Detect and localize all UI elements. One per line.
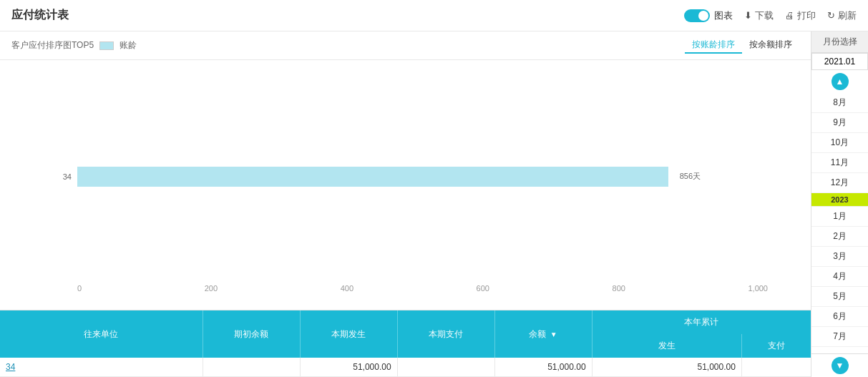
td-balance: 51,000.00 xyxy=(494,358,592,377)
data-table: 往来单位 期初余额 本期发生 本期支付 余额 ▼ 本年累计 发生 xyxy=(0,310,811,377)
td-current-pay xyxy=(397,358,494,377)
year-label-2023[interactable]: 2023 xyxy=(811,193,868,207)
month-item-7[interactable]: 7月 xyxy=(811,327,868,347)
bar-row-label: 34 xyxy=(50,172,72,181)
x-axis-400: 400 xyxy=(341,284,353,293)
month-item-11[interactable]: 11月 xyxy=(811,153,868,173)
table-section: 往来单位 期初余额 本期发生 本期支付 余额 ▼ 本年累计 发生 xyxy=(0,310,811,377)
sort-tab-balance[interactable]: 按余额排序 xyxy=(742,37,799,54)
print-button[interactable]: 🖨 打印 xyxy=(785,9,816,22)
sidebar: 月份选择 ▲ 8月 9月 10月 11月 12月 2023 1月 2月 3月 4… xyxy=(811,31,868,377)
x-axis-1000: 1,000 xyxy=(748,284,768,293)
month-item-8[interactable]: 8月 xyxy=(811,93,868,113)
x-axis-600: 600 xyxy=(477,284,489,293)
table-row: 34 51,000.00 51,000.00 51,000.00 xyxy=(0,358,811,377)
td-ytd-pay xyxy=(741,358,811,377)
page-title: 应付统计表 xyxy=(11,8,69,23)
chart-bar-row: 34 856天 xyxy=(50,167,768,187)
th-balance: 余额 ▼ xyxy=(494,310,592,358)
sidebar-nav-up: ▲ xyxy=(811,70,868,93)
balance-sort-icon[interactable]: ▼ xyxy=(550,331,557,338)
nav-up-button[interactable]: ▲ xyxy=(832,73,849,90)
chart-legend-label: 账龄 xyxy=(120,39,137,52)
chart-toggle-wrap[interactable]: 图表 xyxy=(684,9,733,22)
x-axis-800: 800 xyxy=(613,284,625,293)
x-axis-200: 200 xyxy=(205,284,218,293)
month-item-6[interactable]: 6月 xyxy=(811,307,868,327)
legend-box xyxy=(99,41,114,50)
month-item-4[interactable]: 4月 xyxy=(811,267,868,287)
month-item-2[interactable]: 2月 xyxy=(811,227,868,247)
th-current-occur: 本期发生 xyxy=(300,310,397,358)
month-item-12[interactable]: 12月 xyxy=(811,173,868,193)
th-ytd-pay: 支付 xyxy=(741,334,811,358)
sidebar-nav-down: ▼ xyxy=(811,353,868,377)
download-label: 下载 xyxy=(755,9,774,22)
month-item-1[interactable]: 1月 xyxy=(811,207,868,227)
month-item-5[interactable]: 5月 xyxy=(811,287,868,307)
print-label: 打印 xyxy=(797,9,816,22)
bar-container: 856天 xyxy=(77,167,768,187)
print-icon: 🖨 xyxy=(785,10,794,21)
month-list: 8月 9月 10月 11月 12月 2023 1月 2月 3月 4月 5月 6月… xyxy=(811,93,868,353)
bar-chart: 34 856天 xyxy=(50,74,768,281)
year-input[interactable] xyxy=(811,53,868,70)
month-item-9[interactable]: 9月 xyxy=(811,113,868,133)
sidebar-header: 月份选择 xyxy=(811,31,868,53)
td-current-occur: 51,000.00 xyxy=(300,358,397,377)
download-icon: ⬇ xyxy=(744,10,752,21)
th-ytd-group: 本年累计 xyxy=(592,310,811,334)
td-ytd-occur: 51,000.00 xyxy=(592,358,741,377)
chart-header: 客户应付排序图TOP5 账龄 按账龄排序 按余额排序 xyxy=(0,31,811,60)
bar: 856天 xyxy=(77,167,668,187)
header-actions: 图表 ⬇ 下载 🖨 打印 ↻ 刷新 xyxy=(684,9,857,22)
refresh-icon: ↻ xyxy=(827,10,835,21)
th-current-pay: 本期支付 xyxy=(397,310,494,358)
download-button[interactable]: ⬇ 下载 xyxy=(744,9,774,22)
td-unit[interactable]: 34 xyxy=(0,358,203,377)
main-area: 客户应付排序图TOP5 账龄 按账龄排序 按余额排序 34 856天 xyxy=(0,31,868,377)
chart-section: 客户应付排序图TOP5 账龄 按账龄排序 按余额排序 34 856天 xyxy=(0,31,811,377)
th-ytd-occur: 发生 xyxy=(592,334,741,358)
chart-legend: 客户应付排序图TOP5 账龄 xyxy=(11,39,137,52)
chart-toggle[interactable] xyxy=(684,9,710,22)
th-unit: 往来单位 xyxy=(0,310,203,358)
chart-area: 34 856天 0 200 400 600 800 1,00 xyxy=(0,60,811,310)
month-item-10[interactable]: 10月 xyxy=(811,133,868,153)
sort-tabs: 按账龄排序 按余额排序 xyxy=(685,37,799,54)
page-header: 应付统计表 图表 ⬇ 下载 🖨 打印 ↻ 刷新 xyxy=(0,0,868,31)
nav-down-button[interactable]: ▼ xyxy=(832,357,849,374)
bar-value-label: 856天 xyxy=(680,171,701,182)
month-item-3[interactable]: 3月 xyxy=(811,247,868,267)
sort-tab-age[interactable]: 按账龄排序 xyxy=(685,37,742,54)
refresh-label: 刷新 xyxy=(838,9,857,22)
td-opening xyxy=(203,358,300,377)
x-axis: 0 200 400 600 800 1,000 xyxy=(50,281,768,293)
refresh-button[interactable]: ↻ 刷新 xyxy=(827,9,857,22)
chart-legend-title: 客户应付排序图TOP5 xyxy=(11,39,94,52)
chart-toggle-label: 图表 xyxy=(714,9,733,22)
x-axis-0: 0 xyxy=(77,284,82,293)
th-opening: 期初余额 xyxy=(203,310,300,358)
